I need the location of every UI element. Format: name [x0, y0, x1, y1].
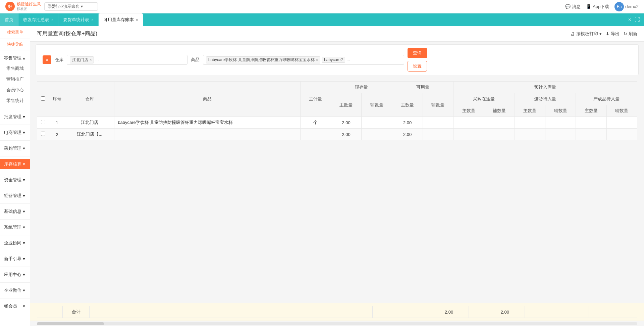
cell-checkbox-0[interactable]	[37, 117, 49, 129]
th-warehouse: 仓库	[65, 82, 114, 117]
sidebar-member-label: 畅会员	[4, 303, 17, 309]
tab-close-all-btn[interactable]: ×	[628, 17, 631, 23]
tab-home[interactable]: 首页	[0, 13, 18, 26]
warehouse-tag-close[interactable]: ×	[90, 58, 92, 62]
total-avail-main: 2.00	[485, 306, 525, 318]
sidebar-wholesale-header[interactable]: 批发管理 ▼	[0, 112, 30, 122]
sidebar-quick-nav[interactable]: 快捷导航	[0, 39, 30, 50]
warehouse-label: 仓库	[55, 57, 63, 63]
sidebar-item-marketing[interactable]: 营销推广	[0, 74, 30, 85]
row-1-checkbox[interactable]	[41, 132, 45, 136]
dropdown-icon: ▾	[81, 4, 83, 9]
sidebar-ecommerce-header[interactable]: 电商管理 ▼	[0, 128, 30, 138]
tenant-select[interactable]: 母婴行业演示账套 ▾	[44, 2, 98, 11]
total-label: 合计	[63, 306, 90, 318]
sidebar-section-member: 畅会员 ▼	[0, 298, 30, 314]
print-btn[interactable]: 🖨 按模板打印 ▾	[571, 31, 602, 37]
cell-purchase-main-1	[453, 129, 484, 140]
table-body: 1 江北门店 babycare学饮杯 儿童防摔防撞吸管杯重力球吸嘴杯宝宝水杯 个…	[37, 117, 637, 140]
tab-fullscreen-btn[interactable]: ⛶	[635, 17, 640, 23]
sidebar-member-header[interactable]: 畅会员 ▼	[0, 301, 30, 311]
sidebar-section-basic: 基础信息 ▼	[0, 204, 30, 220]
tab-receive[interactable]: 收发存汇总表 ×	[18, 13, 58, 26]
th-avail-main: 主数量	[392, 93, 423, 117]
cell-checkbox-1[interactable]	[37, 129, 49, 140]
sidebar: 搜索菜单 快捷导航 零售管理 ▲ 零售商城 营销推广 会员中心 零售统计 批发管…	[0, 26, 30, 326]
sidebar-operations-label: 经营管理	[4, 193, 21, 199]
sidebar-search[interactable]: 搜索菜单	[0, 26, 30, 39]
logo-text: 畅捷通好生意	[17, 2, 41, 6]
product-label: 商品	[191, 57, 200, 63]
user-area[interactable]: Ea demo2	[614, 2, 639, 11]
sidebar-purchase-chevron: ▼	[22, 146, 26, 150]
sidebar-wechat-header[interactable]: 企业微信 ▼	[0, 285, 30, 295]
query-btn[interactable]: 查询	[408, 48, 427, 58]
tab-home-label: 首页	[5, 17, 13, 23]
warehouse-filter[interactable]: 江北门店 × ...	[67, 55, 187, 65]
table-row[interactable]: 2 江北门店【... 2.00 2.00	[37, 129, 637, 140]
th-checkbox[interactable]	[37, 82, 49, 117]
product-tag-0-close[interactable]: ×	[316, 58, 318, 62]
sidebar-operations-header[interactable]: 经营管理 ▼	[0, 191, 30, 201]
app-download-btn[interactable]: 📱 App下载	[586, 4, 609, 10]
sidebar-retail-header[interactable]: 零售管理 ▲	[0, 53, 30, 63]
row-0-checkbox[interactable]	[41, 120, 45, 124]
th-avail-aux: 辅数量	[423, 93, 453, 117]
sidebar-finance-header[interactable]: 资金管理 ▼	[0, 175, 30, 185]
product-filter[interactable]: babycare学饮杯 儿童防摔防撞吸管杯重力球吸嘴杯宝宝水杯 × babyca…	[203, 55, 404, 65]
sidebar-item-retail-shop[interactable]: 零售商城	[0, 63, 30, 74]
table-footer: 合计 2.00 2.00	[30, 303, 644, 321]
tab-available-label: 可用量库存账本	[103, 17, 134, 23]
tab-order[interactable]: 要货单统计表 ×	[58, 13, 98, 26]
refresh-btn[interactable]: ↻ 刷新	[624, 31, 637, 37]
sidebar-system-header[interactable]: 系统管理 ▼	[0, 222, 30, 232]
filter-expand-btn[interactable]: »	[43, 55, 51, 64]
settings-btn[interactable]: 设置	[408, 61, 427, 72]
sidebar-item-retail-stats[interactable]: 零售统计	[0, 95, 30, 106]
sidebar-guide-chevron: ▼	[22, 257, 26, 261]
cell-warehouse-1: 江北门店【...	[65, 129, 114, 140]
message-btn[interactable]: 💬 消息	[565, 4, 581, 10]
sidebar-section-guide: 新手引导 ▼	[0, 251, 30, 267]
export-icon: ⬇	[606, 31, 609, 36]
sidebar-wholesale-label: 批发管理	[4, 114, 21, 120]
sidebar-wechat-chevron: ▼	[22, 288, 26, 292]
table-row[interactable]: 1 江北门店 babycare学饮杯 儿童防摔防撞吸管杯重力球吸嘴杯宝宝水杯 个…	[37, 117, 637, 129]
tab-receive-close[interactable]: ×	[51, 18, 53, 22]
select-all-checkbox[interactable]	[41, 96, 45, 101]
sidebar-inventory-chevron: ▼	[22, 162, 26, 166]
top-bar: 好 畅捷通好生意 标准版 母婴行业演示账套 ▾ 💬 消息 📱 App下载 Ea …	[0, 0, 644, 13]
tab-available[interactable]: 可用量库存账本 ×	[99, 13, 143, 26]
page-title: 可用量查询(按仓库+商品)	[37, 30, 97, 37]
sidebar-basic-chevron: ▼	[22, 209, 26, 214]
th-purchase-aux: 辅数量	[484, 105, 515, 117]
sidebar-purchase-header[interactable]: 采购管理 ▼	[0, 143, 30, 153]
th-sub-incoming: 进货待入量	[515, 93, 576, 105]
cell-produced-main-0	[576, 117, 606, 129]
horizontal-scrollbar[interactable]	[37, 322, 637, 325]
cell-avail-main-0: 2.00	[392, 117, 423, 129]
sidebar-apps-header[interactable]: 应用中心 ▼	[0, 270, 30, 280]
total-stock-main: 2.00	[429, 306, 469, 318]
th-product: 商品	[114, 82, 300, 117]
tab-order-close[interactable]: ×	[91, 18, 93, 22]
filter-area: » 仓库 江北门店 × ... 商品 babycare学饮杯 儿童防摔防撞吸管杯…	[36, 44, 639, 75]
cell-avail-main-1: 2.00	[392, 129, 423, 140]
logo-icon: 好	[5, 2, 15, 11]
sidebar-inventory-header[interactable]: 库存核算 ▼	[0, 159, 30, 169]
sidebar-collab-header[interactable]: 企业协同 ▼	[0, 238, 30, 248]
product-tag-1: babycare?	[322, 57, 345, 63]
refresh-icon: ↻	[624, 31, 627, 36]
sidebar-item-member[interactable]: 会员中心	[0, 85, 30, 95]
sidebar-section-operations: 经营管理 ▼	[0, 188, 30, 204]
warehouse-tag-text: 江北门店	[72, 57, 88, 63]
sidebar-ecommerce-chevron: ▼	[22, 131, 26, 135]
th-produced-aux: 辅数量	[606, 105, 637, 117]
sidebar-basic-header[interactable]: 基础信息 ▼	[0, 206, 30, 217]
sidebar-guide-header[interactable]: 新手引导 ▼	[0, 254, 30, 264]
sidebar-wholesale-chevron: ▼	[22, 115, 26, 119]
tab-available-close[interactable]: ×	[136, 18, 138, 22]
scroll-thumb[interactable]	[37, 322, 104, 325]
th-stock-aux: 辅数量	[362, 93, 392, 117]
export-btn[interactable]: ⬇ 导出	[606, 31, 620, 37]
